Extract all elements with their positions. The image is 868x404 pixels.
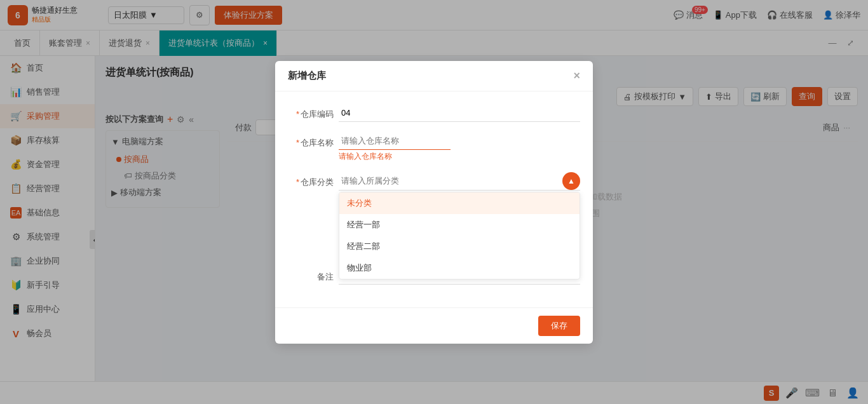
modal-close-button[interactable]: ×	[573, 70, 580, 81]
add-warehouse-modal: 新增仓库 × 仓库编码 仓库名称 请输入仓库名称	[275, 61, 593, 344]
code-input[interactable]	[339, 104, 580, 122]
dropdown-item-uncategorized[interactable]: 未分类	[339, 192, 580, 214]
modal-body: 仓库编码 仓库名称 请输入仓库名称 仓库分类	[275, 91, 593, 307]
name-input[interactable]	[339, 132, 451, 150]
form-row-name: 仓库名称 请输入仓库名称	[288, 132, 580, 162]
dropdown-item-dept3[interactable]: 物业部	[339, 257, 580, 279]
dropdown-item-dept1[interactable]: 经营一部	[339, 214, 580, 236]
code-label: 仓库编码	[288, 104, 339, 120]
modal-overlay[interactable]: 新增仓库 × 仓库编码 仓库名称 请输入仓库名称	[0, 0, 868, 404]
modal-footer: 保存	[275, 307, 593, 344]
category-dropdown: 未分类 经营一部 经营二部 物业部	[339, 192, 580, 279]
category-label: 仓库分类	[288, 172, 339, 188]
category-toggle-button[interactable]: ▲	[562, 172, 580, 190]
save-button[interactable]: 保存	[538, 316, 580, 336]
form-row-category: 仓库分类 ▲ 未分类 经营一部 经营二部 物业部	[288, 172, 580, 191]
name-input-wrap	[339, 132, 451, 150]
modal-title: 新增仓库	[288, 70, 326, 82]
note-label: 备注	[288, 267, 339, 283]
category-input[interactable]	[339, 172, 562, 189]
name-label: 仓库名称	[288, 133, 339, 149]
dropdown-item-dept2[interactable]: 经营二部	[339, 236, 580, 257]
form-row-code: 仓库编码	[288, 104, 580, 122]
name-error-message: 请输入仓库名称	[339, 152, 392, 161]
modal-header: 新增仓库 ×	[275, 61, 593, 91]
category-input-wrap: ▲	[339, 172, 580, 191]
